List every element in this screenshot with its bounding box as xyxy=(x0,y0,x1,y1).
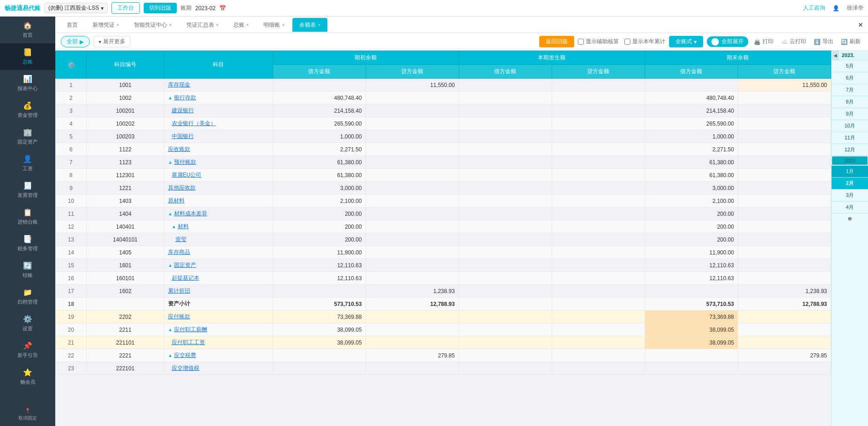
cell-subject-16[interactable]: 起提基记本 xyxy=(164,272,273,285)
tab-new-voucher-close[interactable]: × xyxy=(117,23,119,28)
export-button[interactable]: ⬇️ 导出 xyxy=(812,37,835,46)
sidebar-item-home[interactable]: 🏠 首页 xyxy=(0,17,55,43)
cell-subject-1[interactable]: 库存现金 xyxy=(164,79,273,92)
tab-balance-sheet[interactable]: 余额表 × xyxy=(292,18,327,32)
subject-link-19[interactable]: 应付账款 xyxy=(168,313,190,320)
cell-subject-10[interactable]: 原材料 xyxy=(164,195,273,207)
sidebar-item-settings[interactable]: ⚙️ 设置 xyxy=(0,310,55,337)
cell-subject-13[interactable]: 壹玺 xyxy=(164,233,273,246)
show-subsidiary-checkbox[interactable]: 显示辅助核算 xyxy=(578,38,619,46)
subject-link-15[interactable]: 固定资产 xyxy=(174,262,196,268)
subject-link-13[interactable]: 壹玺 xyxy=(175,236,186,242)
tab-voucher-summary[interactable]: 凭证汇总表 × xyxy=(180,18,226,32)
subject-link-16[interactable]: 起提基记本 xyxy=(172,275,199,281)
cell-subject-19[interactable]: 应付账款 xyxy=(164,311,273,323)
tab-smart-verify[interactable]: 智能凭证中心 × xyxy=(127,18,179,32)
subject-link-22[interactable]: 应交税费 xyxy=(174,352,196,358)
tab-detail-ledger-close[interactable]: × xyxy=(282,23,285,28)
sidebar-item-sales-mgmt[interactable]: 📋 进销台账 xyxy=(0,203,55,230)
year-label-2023-small[interactable]: 2023 xyxy=(832,156,868,165)
tab-general-ledger-close[interactable]: × xyxy=(246,23,249,28)
month-item-1[interactable]: 1月 xyxy=(832,166,868,178)
subject-link-4[interactable]: 农业银行（美金） xyxy=(172,120,216,127)
cell-subject-5[interactable]: 中国银行 xyxy=(164,130,273,143)
subject-link-7[interactable]: 预付账款 xyxy=(174,159,196,165)
tab-home[interactable]: 首页 xyxy=(60,18,85,32)
sidebar-item-asset-mgmt[interactable]: 💰 资金管理 xyxy=(0,97,55,123)
sidebar-item-settlement[interactable]: 🔄 结账 xyxy=(0,257,55,283)
expand-more-button[interactable]: ▾ 展开更多 xyxy=(93,36,130,47)
company-select[interactable]: (勿删) 江西股金-LSS ▾ xyxy=(44,3,108,13)
month-item-4[interactable]: 4月 xyxy=(832,201,868,213)
cell-subject-22[interactable]: ▲ 应交税费 xyxy=(164,349,273,362)
cell-subject-2[interactable]: ▲ 银行存款 xyxy=(164,92,273,104)
cell-subject-9[interactable]: 其他应收款 xyxy=(164,182,273,195)
cell-subject-14[interactable]: 库存商品 xyxy=(164,246,273,259)
cell-subject-3[interactable]: 建设银行 xyxy=(164,104,273,117)
month-item-5[interactable]: 5月 xyxy=(832,60,868,72)
cell-subject-8[interactable]: 塞属EU公司 xyxy=(164,169,273,182)
tab-new-voucher[interactable]: 新增凭证 × xyxy=(86,18,126,32)
month-item-2-active[interactable]: 2月 xyxy=(832,178,868,190)
cell-subject-12[interactable]: ▲ 材料 xyxy=(164,220,273,233)
sidebar-item-archive-mgmt[interactable]: 📁 归档管理 xyxy=(0,283,55,310)
cloud-print-button[interactable]: ☁️ 云打印 xyxy=(779,37,808,46)
subject-link-12[interactable]: 材料 xyxy=(178,223,189,230)
sidebar-item-report-center[interactable]: 📊 报表中心 xyxy=(0,70,55,97)
month-item-12[interactable]: 12月 xyxy=(832,144,868,156)
filter-all-button[interactable]: 全部 ▶ xyxy=(61,36,90,47)
subject-link-6[interactable]: 应收账款 xyxy=(168,146,190,152)
subject-link-17[interactable]: 累计折旧 xyxy=(168,288,190,294)
sidebar-item-member[interactable]: ⭐ 畅会员 xyxy=(0,363,55,390)
month-item-6[interactable]: 6月 xyxy=(832,72,868,84)
add-period-icon[interactable]: ⊕ xyxy=(832,213,868,224)
month-item-11[interactable]: 11月 xyxy=(832,132,868,144)
sidebar-item-invoice-mgmt[interactable]: 🧾 发票管理 xyxy=(0,177,55,203)
subject-link-14[interactable]: 库存商品 xyxy=(168,249,190,255)
subject-link-23[interactable]: 应交增值税 xyxy=(172,365,199,371)
column-settings-icon[interactable]: ⚙️ xyxy=(67,61,75,69)
calendar-icon[interactable]: 📅 xyxy=(219,5,226,12)
subject-link-2[interactable]: 银行存款 xyxy=(174,94,196,101)
sidebar-item-fixed-assets[interactable]: 🏢 固定资产 xyxy=(0,123,55,150)
subject-link-21[interactable]: 应付职工工资 xyxy=(172,339,205,345)
cell-subject-20[interactable]: ▲ 应付职工薪酬 xyxy=(164,323,273,336)
cell-subject-17[interactable]: 累计折旧 xyxy=(164,285,273,298)
tab-balance-sheet-close[interactable]: × xyxy=(318,23,320,28)
subject-link-8[interactable]: 塞属EU公司 xyxy=(172,172,202,178)
sidebar-item-unfix[interactable]: 📍 取消固定 xyxy=(0,403,55,426)
month-item-7[interactable]: 7月 xyxy=(832,84,868,96)
month-item-3[interactable]: 3月 xyxy=(832,190,868,201)
subject-link-3[interactable]: 建设银行 xyxy=(172,107,194,114)
cell-subject-7[interactable]: ▲ 预付账款 xyxy=(164,156,273,169)
tab-general-ledger[interactable]: 总账 × xyxy=(227,18,256,32)
sidebar-item-payroll[interactable]: 👤 工资 xyxy=(0,150,55,177)
subject-link-20[interactable]: 应付职工薪酬 xyxy=(174,326,207,333)
month-item-9[interactable]: 9月 xyxy=(832,108,868,120)
return-old-version-button[interactable]: 返回旧版 xyxy=(539,36,574,47)
cell-subject-6[interactable]: 应收账款 xyxy=(164,143,273,156)
subject-link-10[interactable]: 原材料 xyxy=(168,197,185,204)
subject-link-11[interactable]: 材料成本差异 xyxy=(174,210,207,217)
expand-all-toggle[interactable]: 全部展开 xyxy=(707,36,748,47)
cell-subject-21[interactable]: 应付职工工资 xyxy=(164,336,273,349)
consult-label[interactable]: 人工咨询 xyxy=(803,4,825,12)
print-button[interactable]: 🖨️ 打印 xyxy=(752,37,775,46)
sidebar-item-general-ledger[interactable]: 📒 总账 xyxy=(0,43,55,70)
month-item-8[interactable]: 8月 xyxy=(832,96,868,108)
cell-subject-4[interactable]: 农业银行（美金） xyxy=(164,117,273,130)
tab-voucher-summary-close[interactable]: × xyxy=(216,23,219,28)
subject-link-5[interactable]: 中国银行 xyxy=(172,133,194,139)
switch-version-button[interactable]: 切到旧版 xyxy=(144,3,177,13)
show-ytd-checkbox[interactable]: 显示本年累计 xyxy=(624,38,665,46)
subject-link-9[interactable]: 其他应收款 xyxy=(168,184,196,191)
month-item-10[interactable]: 10月 xyxy=(832,120,868,132)
workbench-button[interactable]: 工作台 xyxy=(111,2,140,14)
refresh-button[interactable]: 🔄 刷新 xyxy=(839,37,862,46)
sidebar-item-tax-mgmt[interactable]: 📑 税务管理 xyxy=(0,230,55,257)
close-all-tabs-icon[interactable]: ✕ xyxy=(858,21,863,29)
sidebar-item-new-guide[interactable]: 📌 新手引导 xyxy=(0,337,55,363)
cell-subject-15[interactable]: ▲ 固定资产 xyxy=(164,259,273,272)
subject-link-1[interactable]: 库存现金 xyxy=(168,81,190,88)
right-panel-collapse-btn[interactable]: ◀ 2023. xyxy=(832,51,868,60)
